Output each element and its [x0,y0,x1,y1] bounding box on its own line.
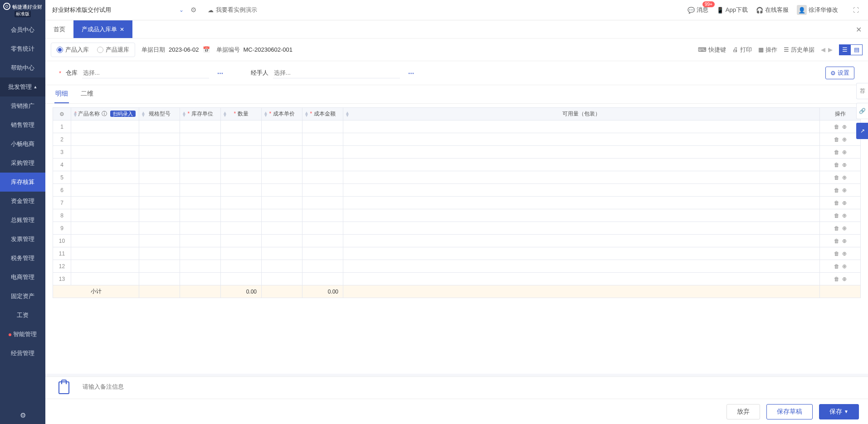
cell-price[interactable] [262,247,302,260]
cell-name[interactable] [71,209,139,222]
cell-qty[interactable] [221,120,262,133]
sidebar-item[interactable]: 固定资产 [0,287,45,306]
table-row[interactable]: 6🗑⊕ [53,184,861,197]
view-list-button[interactable]: ☰ [839,44,851,55]
cell-amount[interactable] [302,120,343,133]
sidebar-item[interactable]: 发票管理 [0,230,45,249]
app-download-button[interactable]: 📱 App下载 [717,6,748,14]
add-row-icon[interactable]: ⊕ [842,124,847,130]
cell-name[interactable] [71,260,139,273]
cell-spec[interactable] [139,222,180,235]
cell-name[interactable] [71,247,139,260]
cell-qty[interactable] [221,222,262,235]
cell-avail[interactable] [343,197,820,209]
cell-price[interactable] [262,273,302,285]
cell-price[interactable] [262,209,302,222]
sidebar-item[interactable]: 库存核算 [0,173,45,192]
cell-qty[interactable] [221,235,262,247]
rail-recommend-button[interactable]: 荐 [856,83,868,99]
save-draft-button[interactable]: 保存草稿 [766,404,813,419]
cell-spec[interactable] [139,209,180,222]
col-avail[interactable]: ▲▼可用量（包装） [343,108,820,120]
cell-unit[interactable] [180,120,221,133]
cell-name[interactable] [71,171,139,184]
cell-unit[interactable] [180,247,221,260]
cell-unit[interactable] [180,273,221,285]
cell-qty[interactable] [221,209,262,222]
doc-date-field[interactable]: 单据日期 2023-06-02 📅 [141,46,210,54]
cell-spec[interactable] [139,171,180,184]
cell-avail[interactable] [343,222,820,235]
cell-spec[interactable] [139,260,180,273]
cell-unit[interactable] [180,197,221,209]
help-icon[interactable]: ⓘ [102,111,107,117]
delete-row-icon[interactable]: 🗑 [834,136,839,143]
sidebar-item[interactable]: 经营管理 [0,344,45,363]
cell-avail[interactable] [343,146,820,159]
sidebar-item[interactable]: 采购管理 [0,154,45,173]
col-gear[interactable]: ⚙ [53,108,71,120]
cell-price[interactable] [262,184,302,197]
cell-name[interactable] [71,120,139,133]
cell-name[interactable] [71,146,139,159]
col-qty[interactable]: ▲▼* 数量 [221,108,262,120]
sidebar-item[interactable]: 零售统计 [0,39,45,58]
cell-amount[interactable] [302,222,343,235]
online-service-button[interactable]: 🎧 在线客服 [756,6,789,14]
cell-price[interactable] [262,235,302,247]
cell-price[interactable] [262,159,302,171]
cell-amount[interactable] [302,159,343,171]
table-row[interactable]: 8🗑⊕ [53,209,861,222]
delete-row-icon[interactable]: 🗑 [834,238,839,244]
cell-unit[interactable] [180,146,221,159]
cell-qty[interactable] [221,273,262,285]
close-icon[interactable]: ✕ [120,26,124,33]
cell-qty[interactable] [221,171,262,184]
cell-qty[interactable] [221,247,262,260]
cell-qty[interactable] [221,146,262,159]
sidebar-item[interactable]: 资金管理 [0,192,45,211]
add-row-icon[interactable]: ⊕ [842,149,847,155]
sidebar-item[interactable]: 工资 [0,306,45,325]
col-product-name[interactable]: ▲▼ * 产品名称 ⓘ 扫码录入 [71,108,139,120]
cell-amount[interactable] [302,133,343,146]
cell-qty[interactable] [221,184,262,197]
cell-spec[interactable] [139,133,180,146]
print-button[interactable]: 🖨 打印 [732,46,752,54]
cell-amount[interactable] [302,171,343,184]
sidebar-item[interactable]: 销售管理 [0,116,45,135]
cell-spec[interactable] [139,146,180,159]
delete-row-icon[interactable]: 🗑 [834,174,839,181]
remark-input[interactable] [83,381,861,392]
sidebar-item[interactable]: 批发管理 ▲ [0,77,45,96]
cell-unit[interactable] [180,184,221,197]
cell-spec[interactable] [139,273,180,285]
sidebar-item[interactable]: 会员中心 [0,20,45,39]
sidebar-item[interactable]: 帮助中心 [0,58,45,77]
cell-price[interactable] [262,120,302,133]
cell-spec[interactable] [139,184,180,197]
add-row-icon[interactable]: ⊕ [842,263,847,270]
cell-avail[interactable] [343,260,820,273]
delete-row-icon[interactable]: 🗑 [834,251,839,257]
add-row-icon[interactable]: ⊕ [842,276,847,282]
col-unit[interactable]: ▲▼* 库存单位 [180,108,221,120]
table-row[interactable]: 13🗑⊕ [53,273,861,285]
cell-avail[interactable] [343,273,820,285]
cell-spec[interactable] [139,120,180,133]
table-row[interactable]: 7🗑⊕ [53,197,861,209]
table-row[interactable]: 9🗑⊕ [53,222,861,235]
add-row-icon[interactable]: ⊕ [842,225,847,231]
save-button[interactable]: 保存 ▼ [819,404,859,419]
delete-row-icon[interactable]: 🗑 [834,187,839,193]
cell-price[interactable] [262,171,302,184]
user-menu[interactable]: 👤 徐泽华修改 [797,5,838,15]
sidebar-item[interactable]: 小畅电商 [0,135,45,154]
scan-button[interactable]: 扫码录入 [110,111,136,117]
tab-current[interactable]: 产成品入库单 ✕ [73,20,132,38]
radio-product-in[interactable]: 产品入库 [57,46,89,54]
delete-row-icon[interactable]: 🗑 [834,263,839,270]
cell-avail[interactable] [343,120,820,133]
shortcut-button[interactable]: ⌨ 快捷键 [698,46,726,54]
table-row[interactable]: 4🗑⊕ [53,159,861,171]
